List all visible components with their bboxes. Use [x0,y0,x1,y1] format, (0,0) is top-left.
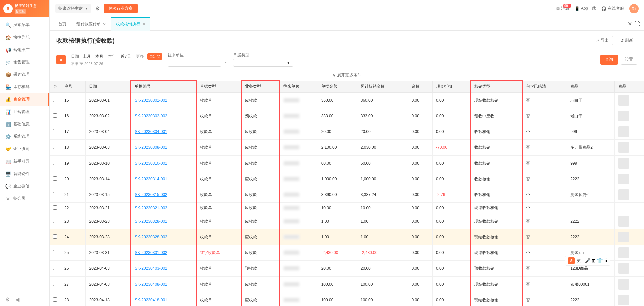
date-custom-btn[interactable]: 自定义 [147,53,162,60]
filter-toggle-button[interactable]: » [56,55,66,64]
cell-checkbox[interactable] [50,203,61,213]
col-header-settings[interactable]: ⚙ [50,81,61,93]
doc-no-link[interactable]: SK-20230308-001 [135,145,167,150]
sidebar-item-basic[interactable]: ℹ️ 基础信息 [0,118,49,130]
tab-prepay-close[interactable]: ✕ [103,22,106,27]
cell-doc-no: SK-20230314-001 [131,171,196,187]
sidebar-item-member[interactable]: V 畅会员 [0,192,49,205]
doc-no-link[interactable]: SK-20230314-001 [135,177,167,181]
sidebar-item-hardware[interactable]: 🖥️ 智能硬件 [0,168,49,180]
row-checkbox[interactable] [53,98,57,102]
filter-area: » 日期 上月 本月 本年 近7天 更多 自定义 不限 至 2023-07-26… [50,49,644,70]
row-checkbox[interactable] [53,161,57,165]
cell-checkbox[interactable] [50,261,61,277]
cell-balance: 0.00 [408,213,432,229]
sidebar-item-inventory[interactable]: 🏪 库存核算 [0,81,49,93]
cell-checkbox[interactable] [50,140,61,156]
expand-conditions-button[interactable]: ∨ 展开更多条件 [333,72,361,78]
settings-filter-button[interactable]: 设置 [621,55,637,65]
tab-home[interactable]: 首页 [54,17,71,31]
online-service-button[interactable]: 🎧 在线客服 [601,6,624,11]
sidebar-item-guide[interactable]: 📖 新手引导 [0,155,49,168]
cell-checkbox[interactable] [50,187,61,203]
sidebar-item-quicknav[interactable]: 🏠 快捷导航 [0,31,49,44]
row-checkbox[interactable] [53,250,57,254]
cell-checkbox[interactable] [50,171,61,187]
date-7days[interactable]: 近7天 [119,53,132,60]
row-checkbox[interactable] [53,129,57,133]
collapse-icon[interactable]: ◀ [15,296,19,303]
cell-biz-type: 应收款 [241,93,279,108]
sidebar-item-wechat[interactable]: 💬 企业微信 [0,180,49,192]
fullscreen-icon[interactable]: ⛶ [635,21,640,27]
query-button[interactable]: 查询 [600,55,618,65]
row-checkbox[interactable] [53,113,57,118]
doc-no-link[interactable]: SK-20230408-001 [135,282,167,287]
row-checkbox[interactable] [53,145,57,149]
tab-collection[interactable]: 收款核销执行 ✕ [111,17,150,31]
company-selector[interactable]: 畅康道好生意 ▼ [55,4,91,13]
cell-checkbox[interactable] [50,245,61,261]
sidebar-icon-wechat: 💬 [5,184,11,189]
row-checkbox[interactable] [53,205,57,210]
row-checkbox[interactable] [53,192,57,196]
user-avatar[interactable]: Rit [629,4,639,13]
refresh-button[interactable]: ↺ 刷新 [616,36,637,45]
cell-checkbox[interactable] [50,156,61,171]
doc-no-link[interactable]: SK-20230304-001 [135,129,167,134]
doc-no-link[interactable]: SK-20230315-002 [135,192,167,197]
date-this-month[interactable]: 本月 [94,53,105,60]
cell-checkbox[interactable] [50,229,61,245]
cell-product: 2222 [567,292,615,306]
sidebar-item-purchase[interactable]: 📦 采购管理 [0,68,49,81]
doc-no-link[interactable]: SK-20230328-002 [135,235,167,239]
row-checkbox[interactable] [53,234,57,239]
col-header-doc-no: 单据编号 [131,81,196,93]
doc-no-link[interactable]: SK-20230403-002 [135,266,167,271]
doc-type-select[interactable]: ▼ [233,59,293,67]
settings-footer-icon[interactable]: ⚙ [5,296,10,303]
row-checkbox[interactable] [53,176,57,181]
product-thumbnail [618,295,629,305]
row-checkbox[interactable] [53,219,57,223]
date-more[interactable]: 更多 [135,53,145,60]
sidebar-item-enterprise[interactable]: 🤝 企业协同 [0,143,49,155]
date-this-year[interactable]: 本年 [107,53,117,60]
doc-no-link[interactable]: SK-20230302-002 [135,114,167,118]
cell-include-settled: 否 [522,277,567,292]
tab-prepay[interactable]: 预付款应付单 ✕ [72,17,111,31]
cell-checkbox[interactable] [50,213,61,229]
cell-checkbox[interactable] [50,277,61,292]
cell-checkbox[interactable] [50,108,61,124]
sidebar-item-marketing[interactable]: 📢 营销推广 [0,44,49,56]
doc-no-link[interactable]: SK-20230331-002 [135,250,167,255]
doc-no-link[interactable]: SK-20230328-001 [135,219,167,224]
row-checkbox[interactable] [53,282,57,286]
row-checkbox[interactable] [53,266,57,270]
cell-checkbox[interactable] [50,292,61,306]
app-download-button[interactable]: 📱 App下载 [575,6,596,11]
sidebar-item-finance[interactable]: 💰 资金管理 [0,93,49,106]
partner-input[interactable] [168,59,221,67]
partner-dots[interactable]: ··· [223,60,228,66]
doc-no-link[interactable]: SK-20230418-001 [135,298,167,302]
sidebar-item-system[interactable]: ⚙️ 系统管理 [0,130,49,143]
cell-checkbox[interactable] [50,124,61,140]
row-checkbox[interactable] [53,297,57,302]
tab-collection-close[interactable]: ✕ [142,22,146,27]
doc-no-link[interactable]: SK-20230310-001 [135,161,167,166]
cell-cumulative: 3,387.24 [357,187,408,203]
topbar-gear-icon[interactable]: ⚙ [95,5,100,12]
sidebar-item-sales[interactable]: 🛒 销售管理 [0,56,49,68]
cell-checkbox[interactable] [50,93,61,108]
message-button[interactable]: ✉ 消息 99+ [556,6,569,11]
doc-no-link[interactable]: SK-20230301-002 [135,98,167,103]
solution-button[interactable]: 体验行业方案 [104,4,138,13]
sidebar-item-operations[interactable]: 📊 经营管理 [0,106,49,118]
sidebar-label-inventory: 库存核算 [13,84,30,90]
date-last-month[interactable]: 上月 [81,53,92,60]
doc-no-link[interactable]: SK-20230321-003 [135,206,167,210]
sidebar-item-search[interactable]: 🔍 搜索菜单 [0,19,49,31]
export-button[interactable]: ↗ 导出 [592,36,613,45]
close-all-tabs-icon[interactable]: ✕ [628,21,632,27]
